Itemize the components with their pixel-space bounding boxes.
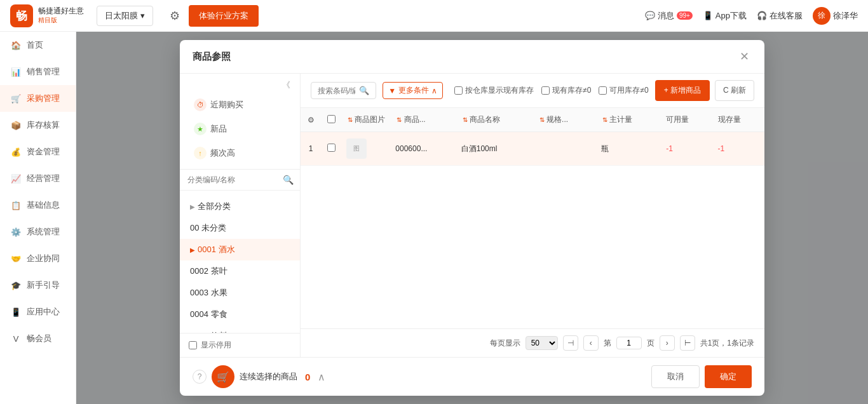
sidebar-item-member[interactable]: V 畅会员 [0,325,76,352]
available-nonzero-checkbox[interactable] [599,86,607,95]
check-available-nonzero[interactable]: 可用库存≠0 [599,85,648,96]
online-service-button[interactable]: 🎧 在线客服 [757,10,803,22]
th-settings: ⚙ [301,108,321,132]
cart-button[interactable]: 🛒 [212,365,234,388]
collab-icon: 🤝 [10,253,22,264]
category-list: ▶ 全部分类 00 未分类 ▶ 0001 酒水 0002 茶 [180,191,300,333]
message-badge: 99+ [677,11,693,20]
category-item-0003[interactable]: 0003 水果 [180,282,300,304]
recent-icon: ⏱ [194,98,207,111]
row-image: 图 [341,132,390,166]
check-stock-nonzero[interactable]: 现有库存≠0 [541,85,591,96]
category-item-all[interactable]: ▶ 全部分类 [180,196,300,217]
sort-icon-spec: ⇅ [539,116,545,123]
sidebar-item-home[interactable]: 🏠 首页 [0,32,76,58]
purchase-icon: 🛒 [10,93,22,104]
member-icon: V [10,333,22,344]
search-icon[interactable]: 🔍 [359,86,369,95]
top-nav: 畅 畅捷通好生意 精目版 日太阳膜 ▾ ⚙ 体验行业方案 💬 消息 99+ 📱 … [0,0,868,32]
dialog-title: 商品参照 [193,51,231,63]
finance-icon: 💰 [10,146,22,158]
warehouse-checkbox[interactable] [454,86,463,95]
operation-icon: 📈 [10,173,22,184]
prev-page-button[interactable]: ‹ [583,335,599,351]
th-image: ⇅ 商品图片 [341,108,390,132]
category-search-input[interactable] [187,175,283,184]
new-icon: ★ [194,123,207,135]
cancel-button[interactable]: 取消 [651,365,700,388]
th-code: ⇅ 商品... [390,108,456,132]
category-item-00[interactable]: 00 未分类 [180,217,300,239]
row-available: -1 [661,132,712,166]
message-icon: 💬 [645,11,655,20]
inventory-icon: 📦 [10,119,22,131]
sidebar-item-finance[interactable]: 💰 资金管理 [0,138,76,165]
shop-selector[interactable]: 日太阳膜 ▾ [97,6,153,26]
main-area: 商品参照 ✕ 《 ⏱ 近期购买 [76,32,868,404]
dialog-footer: ? 🛒 连续选择的商品 0 ∧ 取消 确定 [180,357,764,396]
category-item-0001[interactable]: ▶ 0001 酒水 [180,239,300,260]
sidebar-item-guide[interactable]: 🎓 新手引导 [0,272,76,299]
display-disabled-checkbox[interactable] [189,341,197,349]
confirm-button[interactable]: 确定 [705,365,752,388]
experience-button[interactable]: 体验行业方案 [189,5,259,27]
sidebar-item-operation[interactable]: 📈 经营管理 [0,165,76,192]
row-unit: 瓶 [596,132,661,166]
messages-button[interactable]: 💬 消息 99+ [645,10,693,22]
sidebar-item-apps[interactable]: 📱 应用中心 [0,299,76,325]
recent-purchase-item[interactable]: ⏱ 近期购买 [187,94,292,116]
sidebar-item-inventory[interactable]: 📦 库存核算 [0,112,76,138]
stock-nonzero-checkbox[interactable] [541,86,550,95]
sort-icon-code: ⇅ [397,116,402,123]
basic-icon: 📋 [10,199,22,211]
chevron-up-icon: ∧ [431,86,437,95]
sales-icon: 📊 [10,66,22,77]
row-stock: -1 [713,132,764,166]
display-disabled-row: 显示停用 [180,333,300,357]
sidebar-item-system[interactable]: ⚙️ 系统管理 [0,219,76,245]
category-item-0002[interactable]: 0002 茶叶 [180,260,300,282]
sidebar-item-sales[interactable]: 📊 销售管理 [0,58,76,85]
help-button[interactable]: ? [193,370,207,384]
category-item-0004[interactable]: 0004 零食 [180,304,300,325]
frequent-item[interactable]: ↑ 频次高 [187,142,292,164]
new-product-item[interactable]: ★ 新品 [187,118,292,140]
footer-collapse-button[interactable]: ∧ [318,371,325,383]
collapse-panel-button[interactable]: 《 [280,79,292,91]
settings-icon[interactable]: ⚙ [166,7,184,25]
table-row[interactable]: 1 图 000600... 白酒100ml [301,132,764,166]
footer-right: 取消 确定 [651,365,752,388]
refresh-button[interactable]: C 刷新 [715,80,754,101]
product-table: ⚙ ⇅ 商品图片 [301,108,764,166]
sidebar-item-purchase[interactable]: 🛒 采购管理 [0,85,76,112]
table-header-row: ⚙ ⇅ 商品图片 [301,108,764,132]
add-product-button[interactable]: + 新增商品 [655,80,710,101]
th-name: ⇅ 商品名称 [456,108,533,132]
first-page-button[interactable]: ⊣ [563,335,578,351]
per-page-select[interactable]: 50 100 [526,336,558,350]
sidebar-item-basic[interactable]: 📋 基础信息 [0,192,76,219]
last-page-button[interactable]: ⊢ [680,335,695,351]
checkbox-group: 按仓库显示现有库存 现有库存≠0 可用库存≠0 [454,85,649,96]
next-page-button[interactable]: › [660,335,675,351]
th-check [321,108,341,132]
sidebar-item-collab[interactable]: 🤝 企业协同 [0,245,76,272]
th-unit: ⇅ 主计量 [596,108,661,132]
user-menu[interactable]: 徐 徐泽华 [813,7,858,25]
page-input[interactable] [616,337,642,349]
more-filter-button[interactable]: ▼ 更多条件 ∧ [383,82,443,99]
check-warehouse[interactable]: 按仓库显示现有库存 [454,85,534,96]
product-search-input[interactable] [318,86,355,95]
select-all-checkbox[interactable] [327,115,336,123]
search-icon[interactable]: 🔍 [283,175,294,185]
app-download-button[interactable]: 📱 App下载 [703,10,747,22]
sort-icon-unit: ⇅ [602,116,607,123]
dialog-body: 《 ⏱ 近期购买 ★ 新品 ↑ [180,74,764,357]
sort-icon-name: ⇅ [463,116,468,123]
category-item-0005[interactable]: 0005 饮料 [180,325,300,333]
row-checkbox[interactable] [327,144,336,152]
row-index: 1 [301,132,321,166]
column-settings-icon[interactable]: ⚙ [308,116,315,125]
close-button[interactable]: ✕ [736,49,752,64]
product-table-wrap: ⚙ ⇅ 商品图片 [301,108,764,328]
